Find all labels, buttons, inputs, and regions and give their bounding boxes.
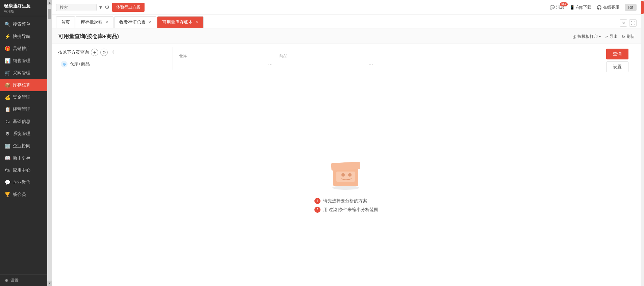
product-input[interactable]: [279, 60, 367, 68]
schema-settings-button[interactable]: ⚙: [100, 49, 108, 56]
sidebar-nav: 🔍 搜索菜单 ⚡ 快捷导航 🎁 营销推广 📊 销售管理 🛒 采购管理 📦: [0, 16, 47, 275]
scroll-track: [47, 5, 52, 281]
sidebar-item-operation[interactable]: 📋 经营管理: [0, 103, 47, 115]
tab-home-label: 首页: [61, 19, 70, 25]
sidebar: 畅康通好生意 标准版 🔍 搜索菜单 ⚡ 快捷导航 🎁 营销推广 📊 销售管理: [0, 0, 47, 286]
online-service-label: 在线客服: [603, 4, 619, 10]
sidebar-item-system[interactable]: ⚙ 系统管理: [0, 128, 47, 140]
scroll-down-btn[interactable]: ▼: [47, 281, 52, 286]
collapse-icon[interactable]: 《: [110, 49, 114, 55]
sidebar-item-shortcut[interactable]: ⚡ 快捷导航: [0, 30, 47, 43]
tab-expand-button[interactable]: ⛶: [629, 19, 637, 27]
sidebar-item-label: 搜索菜单: [13, 21, 30, 27]
sidebar-item-label: 基础信息: [13, 119, 30, 125]
step-1-text: 请先选择要分析的方案: [323, 198, 367, 204]
settings-button[interactable]: 设置: [606, 61, 628, 72]
svg-rect-2: [336, 172, 355, 182]
right-scroll-thumb: [641, 1, 644, 14]
dropdown-icon[interactable]: ▾: [99, 4, 102, 10]
sidebar-item-search[interactable]: 🔍 搜索菜单: [0, 18, 47, 30]
print-action[interactable]: 🖨 按模板打印 ▾: [572, 34, 601, 40]
filter-right-panel: 仓库 ··· 商品 ··· 查询: [173, 47, 635, 74]
product-filter-field: 商品 ···: [279, 53, 373, 68]
product-label: 商品: [279, 53, 373, 59]
tab-home[interactable]: 首页: [56, 16, 75, 28]
warehouse-label: 仓库: [179, 53, 273, 59]
notification-badge: 99+: [560, 2, 568, 6]
tab-batch-account-close[interactable]: ✕: [105, 20, 108, 25]
topbar: ▾ ⚙ 体验行业方案 💬 消息 99+ 📱 App下载 🎧 在线客服: [52, 0, 641, 15]
export-icon: ↗: [605, 34, 608, 39]
sidebar-item-member[interactable]: 🏆 畅会员: [0, 188, 47, 201]
schema-warehouse-product[interactable]: ⊙ 仓库+商品: [58, 59, 169, 70]
sidebar-item-finance[interactable]: 💰 资金管理: [0, 91, 47, 103]
main-content: ▾ ⚙ 体验行业方案 💬 消息 99+ 📱 App下载 🎧 在线客服: [52, 0, 641, 286]
sidebar-item-guide[interactable]: 📖 新手引导: [0, 152, 47, 164]
filter-schema-header: 按以下方案查询 + ⚙ 《: [58, 47, 169, 59]
enterprise-icon: 🏢: [5, 143, 10, 149]
print-dropdown-icon: ▾: [599, 35, 601, 38]
page-actions: 🖨 按模板打印 ▾ ↗ 导出 ↻ 刷新: [572, 34, 635, 40]
sidebar-item-enterprise[interactable]: 🏢 企业协同: [0, 140, 47, 152]
tab-receipt-summary-close[interactable]: ✕: [148, 20, 151, 25]
tab-batch-account[interactable]: 库存批次账 ✕: [76, 16, 113, 28]
sidebar-item-purchase[interactable]: 🛒 采购管理: [0, 67, 47, 79]
sidebar-footer-label: 设置: [10, 278, 19, 283]
query-button[interactable]: 查询: [606, 49, 628, 59]
sidebar-item-label: 系统管理: [13, 131, 30, 137]
sidebar-item-label: 应用中心: [13, 167, 30, 173]
sidebar-item-appstore[interactable]: 🛍 应用中心: [0, 164, 47, 176]
product-more-icon[interactable]: ···: [368, 61, 373, 67]
purchase-icon: 🛒: [5, 70, 10, 76]
warehouse-input[interactable]: [179, 60, 267, 68]
sidebar-item-basic[interactable]: 🗂 基础信息: [0, 115, 47, 128]
user-name: Rit: [628, 5, 633, 10]
svg-point-5: [332, 186, 359, 190]
tab-available-stock[interactable]: 可用量库存账本 ✕: [157, 16, 204, 28]
sidebar-item-label: 企业微信: [13, 179, 30, 185]
sidebar-item-label: 企业协同: [13, 143, 30, 149]
brand-sub: 标准版: [4, 9, 43, 14]
shortcut-icon: ⚡: [5, 34, 10, 39]
warehouse-more-icon[interactable]: ···: [268, 61, 273, 67]
tab-receipt-summary[interactable]: 收发存汇总表 ✕: [114, 16, 156, 28]
guide-icon: 📖: [5, 155, 10, 161]
app-download-label: App下载: [576, 4, 591, 10]
industry-solution-button[interactable]: 体验行业方案: [112, 3, 145, 12]
empty-illustration: [326, 151, 367, 191]
tab-batch-account-label: 库存批次账: [81, 19, 103, 25]
tab-receipt-summary-label: 收发存汇总表: [119, 19, 146, 25]
sidebar-item-wechat[interactable]: 💬 企业微信: [0, 176, 47, 188]
svg-point-4: [348, 173, 352, 177]
sidebar-header: 畅康通好生意 标准版: [0, 0, 47, 16]
export-label: 导出: [610, 34, 618, 40]
marketing-icon: 🎁: [5, 46, 10, 51]
user-profile[interactable]: Rit: [625, 4, 637, 11]
sidebar-item-label: 新手引导: [13, 155, 30, 161]
scroll-up-btn[interactable]: ▲: [47, 0, 52, 5]
notification-item[interactable]: 💬 消息 99+: [550, 4, 564, 10]
tab-available-stock-close[interactable]: ✕: [196, 20, 199, 25]
export-action[interactable]: ↗ 导出: [605, 34, 618, 40]
step-2-text: 用[过滤]条件来缩小分析范围: [323, 207, 378, 213]
operation-icon: 📋: [5, 107, 10, 112]
refresh-label: 刷新: [626, 34, 635, 40]
app-download-item[interactable]: 📱 App下载: [570, 4, 591, 10]
right-scrollbar[interactable]: [641, 0, 644, 286]
sidebar-item-sales[interactable]: 📊 销售管理: [0, 55, 47, 67]
svg-point-3: [341, 173, 345, 177]
page-header: 可用量查询(按仓库+商品) 🖨 按模板打印 ▾ ↗ 导出 ↻ 刷新: [52, 28, 641, 44]
add-schema-button[interactable]: +: [91, 49, 98, 56]
settings-icon[interactable]: ⚙: [105, 4, 109, 10]
sidebar-footer[interactable]: ⚙ 设置: [0, 275, 47, 286]
step-1-number: 1: [314, 198, 320, 204]
sidebar-item-inventory[interactable]: 📦 库存核算: [0, 79, 47, 91]
online-service-item[interactable]: 🎧 在线客服: [597, 4, 619, 10]
tab-close-button[interactable]: ✕: [620, 19, 627, 27]
empty-step-2: 2 用[过滤]条件来缩小分析范围: [314, 207, 378, 213]
filter-left-panel: 按以下方案查询 + ⚙ 《 ⊙ 仓库+商品: [58, 47, 173, 70]
topbar-search-input[interactable]: [56, 4, 97, 11]
refresh-icon: ↻: [622, 34, 625, 39]
refresh-action[interactable]: ↻ 刷新: [622, 34, 635, 40]
sidebar-item-marketing[interactable]: 🎁 营销推广: [0, 43, 47, 55]
